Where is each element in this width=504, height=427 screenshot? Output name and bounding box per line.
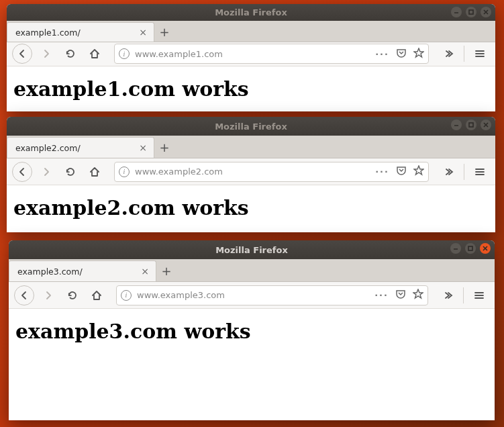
toolbar-divider <box>463 287 464 303</box>
tab-strip: example1.com/ × + <box>7 21 495 42</box>
reload-button[interactable] <box>62 285 83 305</box>
page-heading: example3.com works <box>15 320 488 343</box>
browser-tab[interactable]: example3.com/ × <box>9 260 156 281</box>
window-controls <box>451 120 491 130</box>
url-text: www.example2.com <box>135 167 370 177</box>
url-bar[interactable]: i www.example2.com ··· <box>114 162 429 182</box>
window-titlebar[interactable]: Mozilla Firefox <box>7 117 495 136</box>
home-button[interactable] <box>85 44 105 64</box>
overflow-menu-icon[interactable] <box>438 285 458 305</box>
minimize-button[interactable] <box>451 120 462 130</box>
tab-label: example2.com/ <box>15 143 138 153</box>
window-title: Mozilla Firefox <box>215 245 288 255</box>
tab-label: example1.com/ <box>15 28 138 38</box>
new-tab-button[interactable]: + <box>154 137 174 158</box>
url-bar[interactable]: i www.example1.com ··· <box>114 44 429 64</box>
page-content: example2.com works <box>7 185 495 232</box>
page-heading: example2.com works <box>13 196 489 220</box>
navigation-toolbar: i www.example3.com ··· <box>9 282 495 309</box>
tab-strip: example2.com/ × + <box>7 136 495 158</box>
navigation-toolbar: i www.example2.com ··· <box>7 158 495 185</box>
tab-close-icon[interactable]: × <box>138 142 148 153</box>
site-info-icon[interactable]: i <box>119 167 130 177</box>
url-actions: ··· <box>375 165 424 178</box>
minimize-button[interactable] <box>450 243 461 254</box>
maximize-button[interactable] <box>466 7 476 17</box>
toolbar-divider <box>464 46 464 62</box>
reload-button[interactable] <box>60 44 81 64</box>
pocket-icon[interactable] <box>396 48 407 60</box>
navigation-toolbar: i www.example1.com ··· <box>7 42 495 66</box>
hamburger-menu-icon[interactable] <box>470 162 490 182</box>
site-info-icon[interactable]: i <box>119 48 130 59</box>
svg-rect-9 <box>469 123 473 127</box>
pocket-icon[interactable] <box>396 165 407 178</box>
browser-tab[interactable]: example1.com/ × <box>7 22 154 41</box>
page-actions-icon[interactable]: ··· <box>375 167 389 177</box>
site-info-icon[interactable]: i <box>121 290 132 301</box>
window-controls <box>450 243 491 254</box>
forward-button[interactable] <box>38 285 58 305</box>
svg-rect-17 <box>468 246 472 250</box>
minimize-button[interactable] <box>451 7 462 17</box>
svg-marker-12 <box>414 166 423 175</box>
hamburger-menu-icon[interactable] <box>469 285 489 305</box>
back-button[interactable] <box>12 162 32 182</box>
svg-marker-20 <box>413 289 423 298</box>
home-button[interactable] <box>85 162 105 182</box>
page-content: example3.com works <box>9 309 495 420</box>
forward-button[interactable] <box>36 162 56 182</box>
bookmark-star-icon[interactable] <box>413 289 423 301</box>
window-title: Mozilla Firefox <box>215 7 287 17</box>
bookmark-star-icon[interactable] <box>413 48 424 60</box>
overflow-menu-icon[interactable] <box>438 162 458 182</box>
window-controls <box>451 7 491 17</box>
bookmark-star-icon[interactable] <box>413 165 424 178</box>
back-button[interactable] <box>12 44 32 64</box>
window-titlebar[interactable]: Mozilla Firefox <box>7 4 495 21</box>
browser-window: Mozilla Firefox example2.com/ × + i www.… <box>7 117 495 232</box>
close-button[interactable] <box>481 7 491 17</box>
toolbar-divider <box>464 164 464 180</box>
forward-button[interactable] <box>36 44 56 64</box>
new-tab-button[interactable]: + <box>156 260 177 281</box>
svg-rect-1 <box>469 10 473 14</box>
tab-close-icon[interactable]: × <box>140 266 150 277</box>
browser-tab[interactable]: example2.com/ × <box>7 137 154 158</box>
url-actions: ··· <box>374 289 423 301</box>
new-tab-button[interactable]: + <box>154 22 174 41</box>
tab-close-icon[interactable]: × <box>138 27 148 38</box>
url-actions: ··· <box>375 48 424 60</box>
browser-window: Mozilla Firefox example1.com/ × + i www.… <box>7 4 495 111</box>
url-text: www.example1.com <box>135 49 370 59</box>
url-bar[interactable]: i www.example3.com ··· <box>116 285 428 305</box>
maximize-button[interactable] <box>465 243 476 254</box>
overflow-menu-icon[interactable] <box>438 44 458 64</box>
close-button[interactable] <box>480 243 491 254</box>
window-titlebar[interactable]: Mozilla Firefox <box>9 240 495 259</box>
reload-button[interactable] <box>60 162 81 182</box>
page-actions-icon[interactable]: ··· <box>375 49 389 59</box>
page-heading: example1.com works <box>13 77 489 101</box>
pocket-icon[interactable] <box>395 289 406 301</box>
window-title: Mozilla Firefox <box>215 122 287 132</box>
url-text: www.example3.com <box>137 290 369 300</box>
tab-strip: example3.com/ × + <box>9 259 495 282</box>
svg-marker-4 <box>414 48 423 57</box>
maximize-button[interactable] <box>466 120 476 130</box>
page-actions-icon[interactable]: ··· <box>374 290 389 300</box>
tab-label: example3.com/ <box>17 267 140 277</box>
close-button[interactable] <box>481 120 491 130</box>
browser-window: Mozilla Firefox example3.com/ × + i www.… <box>9 240 495 420</box>
home-button[interactable] <box>87 285 107 305</box>
back-button[interactable] <box>14 285 34 305</box>
hamburger-menu-icon[interactable] <box>470 44 490 64</box>
page-content: example1.com works <box>7 66 495 111</box>
